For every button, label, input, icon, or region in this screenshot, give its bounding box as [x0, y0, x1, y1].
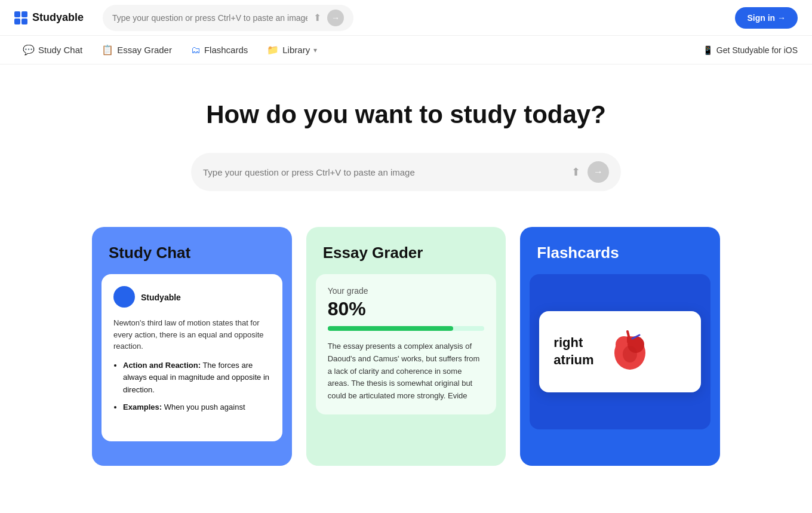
- study-chat-content: Studyable Newton's third law of motion s…: [102, 274, 282, 441]
- nav-item-flashcards[interactable]: 🗂 Flashcards: [183, 40, 256, 60]
- logo[interactable]: Studyable: [14, 11, 84, 24]
- svg-rect-5: [636, 341, 642, 344]
- main-search-bar[interactable]: ⬆ →: [191, 153, 621, 191]
- bullet-label-1: Action and Reaction:: [123, 361, 201, 370]
- essay-grader-card-title: Essay Grader: [306, 227, 506, 274]
- grade-value: 80%: [328, 298, 485, 320]
- chat-bullet-1: Action and Reaction: The forces are alwa…: [123, 360, 270, 397]
- feature-cards: Study Chat Studyable Newton's third law …: [92, 227, 720, 466]
- chat-message: Newton's third law of motion states that…: [113, 317, 270, 352]
- flashcard-text: right atrium: [553, 334, 593, 368]
- chat-icon: 💬: [23, 44, 35, 56]
- study-chat-card[interactable]: Study Chat Studyable Newton's third law …: [92, 227, 292, 466]
- heart-anatomy-icon: [606, 328, 654, 376]
- nav-item-essay-grader[interactable]: 📋 Essay Grader: [93, 39, 180, 60]
- header-search-bar[interactable]: ⬆ →: [103, 5, 353, 31]
- main-content: How do you want to study today? ⬆ → Stud…: [78, 64, 734, 490]
- flashcards-card[interactable]: Flashcards right atrium: [520, 227, 720, 466]
- avatar: [113, 286, 135, 308]
- essay-description: The essay presents a complex analysis of…: [328, 340, 485, 403]
- progress-bar-background: [328, 326, 485, 331]
- header-submit-button[interactable]: →: [327, 10, 344, 26]
- ios-label: Get Studyable for iOS: [716, 45, 798, 55]
- library-chevron-icon: ▾: [313, 46, 317, 54]
- nav-left: 💬 Study Chat 📋 Essay Grader 🗂 Flashcards…: [14, 39, 325, 60]
- header-left: Studyable ⬆ →: [14, 5, 353, 31]
- essay-icon: 📋: [102, 44, 113, 56]
- svg-line-7: [628, 331, 629, 336]
- nav-label-library: Library: [282, 45, 310, 55]
- main-search-input[interactable]: [203, 167, 564, 177]
- study-chat-card-title: Study Chat: [92, 227, 292, 274]
- essay-grader-content: Your grade 80% The essay presents a comp…: [316, 274, 497, 414]
- flashcard: right atrium: [539, 311, 701, 392]
- nav-item-study-chat[interactable]: 💬 Study Chat: [14, 39, 91, 60]
- logo-text: Studyable: [32, 11, 84, 24]
- main-nav: 💬 Study Chat 📋 Essay Grader 🗂 Flashcards…: [0, 36, 812, 64]
- flashcards-content: right atrium: [530, 274, 710, 429]
- main-submit-button[interactable]: →: [588, 161, 609, 183]
- nav-label-flashcards: Flashcards: [204, 45, 248, 55]
- hero-title: How do you want to study today?: [92, 100, 720, 129]
- grade-label: Your grade: [328, 286, 485, 296]
- main-upload-button[interactable]: ⬆: [570, 164, 582, 180]
- header: Studyable ⬆ → Sign in →: [0, 0, 812, 36]
- bullet-label-2: Examples:: [123, 403, 162, 411]
- library-icon: 📁: [267, 44, 279, 56]
- header-search-input[interactable]: [112, 13, 307, 23]
- flashcards-card-title: Flashcards: [520, 227, 720, 274]
- progress-bar-fill: [328, 326, 453, 331]
- flash-icon: 🗂: [191, 45, 201, 56]
- sign-in-button[interactable]: Sign in →: [735, 7, 798, 29]
- header-upload-button[interactable]: ⬆: [312, 11, 322, 24]
- svg-point-6: [623, 346, 637, 363]
- logo-icon: [14, 11, 27, 24]
- svg-rect-4: [633, 339, 636, 345]
- nav-item-library[interactable]: 📁 Library ▾: [259, 39, 325, 60]
- essay-grader-card[interactable]: Essay Grader Your grade 80% The essay pr…: [306, 227, 506, 466]
- chat-bullet-2: Examples: When you push against: [123, 401, 270, 414]
- nav-label-study-chat: Study Chat: [38, 45, 82, 55]
- nav-ios-link[interactable]: 📱 Get Studyable for iOS: [703, 45, 798, 55]
- ios-icon: 📱: [703, 45, 713, 55]
- bullet-text-2: When you push against: [164, 403, 245, 411]
- chat-avatar-name: Studyable: [141, 293, 181, 302]
- nav-label-essay-grader: Essay Grader: [117, 45, 172, 55]
